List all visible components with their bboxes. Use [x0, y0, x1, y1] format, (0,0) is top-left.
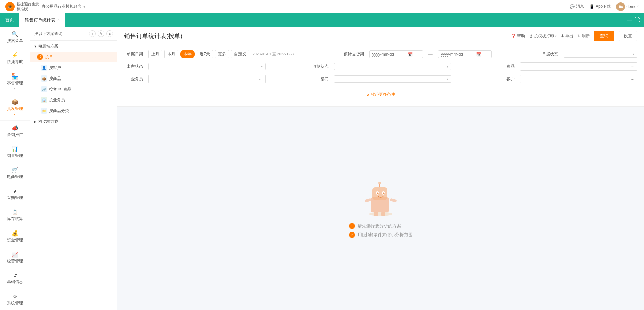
- user-menu[interactable]: Ea demo2: [616, 2, 639, 11]
- tree-item-by-order[interactable]: 按 按单: [30, 52, 117, 62]
- print-btn[interactable]: 🖨 按模板打印 ▾: [529, 33, 557, 39]
- print-dropdown-icon: ▾: [555, 34, 557, 38]
- breadcrumb: 办公用品行业模拟账套 ▾: [42, 4, 85, 9]
- date-btn-this-month[interactable]: 本月: [164, 50, 178, 58]
- payment-status-label: 收款状态: [310, 64, 329, 69]
- sidebar-item-basic[interactable]: 🗂 基础信息: [0, 268, 30, 289]
- sidebar-item-inventory[interactable]: 📋 库存核算: [0, 205, 30, 226]
- tip-num-1: 1: [349, 223, 355, 229]
- payment-status-select[interactable]: ▾: [334, 63, 451, 70]
- customer-select[interactable]: ···: [520, 75, 637, 83]
- add-scheme-btn[interactable]: +: [89, 30, 96, 37]
- minimize-icon[interactable]: —: [627, 17, 632, 23]
- collapse-bar: ∧ 收起更多条件: [124, 87, 637, 102]
- help-btn[interactable]: ❓ 帮助: [511, 33, 525, 39]
- settings-btn[interactable]: 设置: [619, 31, 637, 41]
- date-btn-7days[interactable]: 近7天: [197, 50, 213, 58]
- empty-tip-1: 1 请先选择要分析的方案: [349, 223, 412, 229]
- filter-row-1: 单据日期 上月 本月 本年 近7天 更多 自定义 2023-01-01 至 20…: [124, 50, 637, 58]
- date-btn-group: 上月 本月 本年 近7天 更多 自定义 2023-01-01 至 2023-12…: [148, 50, 296, 58]
- edit-scheme-btn[interactable]: ✎: [98, 30, 104, 37]
- tree-section-mobile[interactable]: ▸ 移动端方案: [30, 116, 117, 127]
- svg-rect-2: [372, 187, 387, 200]
- empty-tip-2: 2 用[过滤]条件来缩小分析范围: [349, 232, 412, 238]
- tree-item-by-customer-product[interactable]: 🔗 按客户+商品: [30, 84, 117, 95]
- date-btn-last-month[interactable]: 上月: [148, 50, 162, 58]
- date-range-sep: —: [428, 52, 433, 57]
- maximize-icon[interactable]: ⛶: [635, 17, 640, 23]
- date-btn-this-year[interactable]: 本年: [180, 50, 195, 58]
- left-panel: 按以下方案查询 + ✎ « ▾ 电脑端方案 按 按单 👤 按客户 📦: [30, 27, 117, 310]
- refresh-btn[interactable]: ↻ 刷新: [577, 33, 590, 39]
- avatar: Ea: [616, 2, 625, 11]
- date-btn-more[interactable]: 更多: [215, 50, 229, 58]
- export-btn[interactable]: ⬇ 导出: [561, 33, 573, 39]
- quick-nav-icon: ⚡: [3, 52, 27, 58]
- export-icon: ⬇: [561, 34, 564, 38]
- delivery-date-start-input[interactable]: [372, 52, 406, 57]
- dept-select[interactable]: ▾: [334, 75, 451, 83]
- sidebar-item-marketing[interactable]: 📣 营销推广: [0, 121, 30, 142]
- operations-icon: 📈: [3, 251, 27, 258]
- sidebar-item-finance[interactable]: 💰 资金管理: [0, 226, 30, 247]
- tree-item-by-category[interactable]: 📁 按商品分类: [30, 105, 117, 116]
- sidebar-item-ecommerce[interactable]: 🛒 电商管理: [0, 163, 30, 184]
- left-panel-actions: + ✎ «: [89, 30, 113, 37]
- salesman-dots-icon[interactable]: ···: [259, 76, 263, 82]
- delivery-date-start[interactable]: 📅: [369, 50, 423, 58]
- sidebar-item-quick-nav[interactable]: ⚡ 快捷导航: [0, 48, 30, 69]
- tree-item-by-product[interactable]: 📦 按商品: [30, 73, 117, 84]
- main-layout: 🔍 搜索菜单 ⚡ 快捷导航 🏪 零售管理 ▾ 📦 批发管理 ▴ 📣 营销推广 📊…: [0, 27, 644, 310]
- collapse-conditions-btn[interactable]: ∧ 收起更多条件: [361, 90, 400, 99]
- nav-tabs: 首页 销售订单统计表 × — ⛶: [0, 13, 644, 27]
- sidebar-item-system[interactable]: ⚙ 系统管理: [0, 289, 30, 310]
- tab-sales-order-stats[interactable]: 销售订单统计表 ×: [19, 13, 65, 27]
- top-bar-left: 🐯 畅捷通好生意 标准版 办公用品行业模拟账套 ▾: [5, 2, 85, 11]
- collapse-icon: ∧: [367, 92, 370, 97]
- sidebar-item-operations[interactable]: 📈 经营管理: [0, 247, 30, 268]
- svg-rect-7: [364, 198, 371, 203]
- salesman-select[interactable]: ···: [148, 75, 266, 83]
- sidebar-item-sales[interactable]: 📊 销售管理: [0, 142, 30, 163]
- collapse-panel-btn[interactable]: «: [106, 30, 113, 37]
- svg-point-12: [378, 182, 381, 184]
- tree-item-by-salesman[interactable]: 👔 按业务员: [30, 95, 117, 105]
- query-btn[interactable]: 查询: [594, 31, 614, 41]
- phone-icon: 📱: [589, 4, 594, 9]
- wholesale-icon: 📦: [3, 99, 27, 105]
- app-download-btn[interactable]: 📱 App下载: [589, 4, 611, 9]
- shipping-status-label: 出库状态: [124, 64, 143, 69]
- product-dots-icon[interactable]: ···: [631, 64, 634, 69]
- customer-dots-icon[interactable]: ···: [631, 76, 634, 82]
- print-icon: 🖨: [529, 34, 533, 38]
- sidebar-item-wholesale[interactable]: 📦 批发管理 ▴: [0, 95, 30, 121]
- tab-close-icon[interactable]: ×: [57, 18, 60, 22]
- help-icon: ❓: [511, 34, 516, 38]
- top-bar-right: 💬 消息 📱 App下载 Ea demo2: [570, 2, 639, 11]
- tree-section-pc[interactable]: ▾ 电脑端方案: [30, 41, 117, 52]
- doc-status-select[interactable]: ▾: [564, 51, 637, 58]
- breadcrumb-dropdown-icon[interactable]: ▾: [83, 4, 85, 9]
- sidebar-item-purchase[interactable]: 🛍 采购管理: [0, 184, 30, 205]
- sales-icon: 📊: [3, 146, 27, 152]
- inventory-icon: 📋: [3, 209, 27, 215]
- product-select[interactable]: ···: [520, 62, 637, 71]
- by-customer-product-icon: 🔗: [41, 86, 47, 92]
- top-bar: 🐯 畅捷通好生意 标准版 办公用品行业模拟账套 ▾ 💬 消息 📱 App下载 E…: [0, 0, 644, 13]
- basic-icon: 🗂: [3, 272, 27, 278]
- date-btn-custom[interactable]: 自定义: [231, 50, 249, 58]
- by-product-icon: 📦: [41, 75, 47, 82]
- svg-rect-10: [381, 212, 385, 216]
- sidebar-item-retail[interactable]: 🏪 零售管理 ▾: [0, 69, 30, 95]
- tree-item-by-customer[interactable]: 👤 按客户: [30, 62, 117, 73]
- shipping-status-select[interactable]: ▾: [148, 63, 266, 70]
- logo-area: 🐯 畅捷通好生意 标准版: [5, 2, 39, 11]
- filter-row-2: 出库状态 ▾ 收款状态 ▾ 商品 ···: [124, 62, 637, 71]
- messages-btn[interactable]: 💬 消息: [570, 4, 584, 9]
- tab-home[interactable]: 首页: [0, 13, 19, 27]
- left-panel-header: 按以下方案查询 + ✎ «: [30, 27, 117, 41]
- delivery-date-end-input[interactable]: [441, 52, 475, 57]
- sidebar-item-search-menu[interactable]: 🔍 搜索菜单: [0, 27, 30, 48]
- tree-expand-icon: ▾: [34, 44, 36, 49]
- delivery-date-end[interactable]: 📅: [438, 50, 492, 58]
